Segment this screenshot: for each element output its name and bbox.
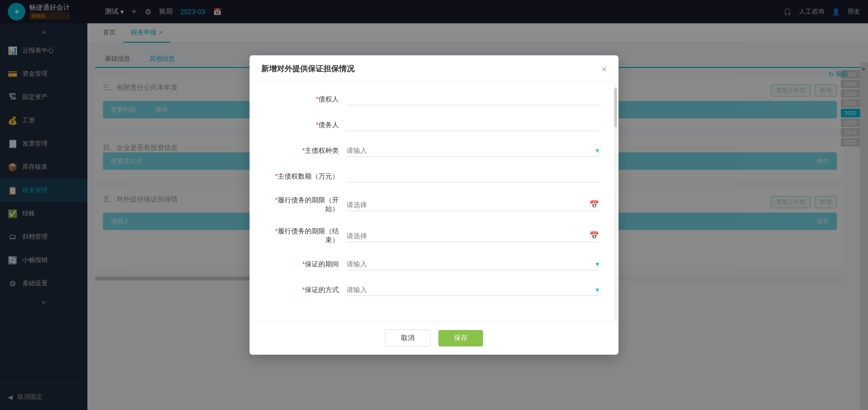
modal-overlay: 新增对外提供保证担保情况 × *债权人 *债务人 *主债权种类 (0, 0, 868, 410)
date-wrapper-start: 📅 (347, 199, 599, 211)
scroll-track (614, 84, 617, 321)
form-row-creditor: *债权人 (269, 93, 599, 105)
dialog-body: *债权人 *债务人 *主债权种类 ▾ (250, 82, 618, 321)
select-wrapper-guarantee-method: ▾ (347, 284, 599, 296)
calendar-start-icon[interactable]: 📅 (589, 200, 599, 209)
label-duty-start: *履行债务的期限（开始） (269, 196, 347, 213)
select-wrapper-guarantee-period: ▾ (347, 258, 599, 270)
dialog-header: 新增对外提供保证担保情况 × (250, 55, 618, 82)
dialog-scrollbar[interactable] (613, 84, 618, 321)
chevron-down-icon-period[interactable]: ▾ (596, 260, 599, 268)
label-guarantee-period: *保证的期间 (269, 260, 347, 269)
calendar-end-icon[interactable]: 📅 (589, 231, 599, 240)
input-guarantee-period[interactable] (347, 258, 596, 270)
form-row-claim-type: *主债权种类 ▾ (269, 145, 599, 157)
input-claim-type[interactable] (347, 145, 596, 156)
input-creditor[interactable] (347, 93, 599, 105)
form-row-debtor: *债务人 (269, 119, 599, 131)
save-button[interactable]: 保存 (438, 330, 483, 346)
label-creditor: *债权人 (269, 95, 347, 104)
date-wrapper-end: 📅 (347, 230, 599, 242)
label-debtor: *债务人 (269, 121, 347, 130)
label-guarantee-method: *保证的方式 (269, 286, 347, 295)
input-duty-end[interactable] (347, 230, 589, 242)
dialog: 新增对外提供保证担保情况 × *债权人 *债务人 *主债权种类 (250, 55, 618, 355)
label-claim-type: *主债权种类 (269, 147, 347, 155)
form-row-duty-end: *履行债务的期限（结束） 📅 (269, 227, 599, 245)
form-row-claim-amount: *主债权数额（万元） (269, 170, 599, 182)
form-row-duty-start: *履行债务的期限（开始） 📅 (269, 196, 599, 213)
cancel-button[interactable]: 取消 (385, 329, 431, 347)
form-row-guarantee-period: *保证的期间 ▾ (269, 258, 599, 270)
select-wrapper-claim-type: ▾ (347, 145, 599, 157)
chevron-down-icon-method[interactable]: ▾ (596, 286, 599, 294)
dialog-footer: 取消 保存 (250, 321, 618, 355)
dialog-close-btn[interactable]: × (601, 65, 607, 74)
label-claim-amount: *主债权数额（万元） (269, 172, 347, 181)
input-claim-amount[interactable] (347, 170, 599, 182)
input-duty-start[interactable] (347, 199, 589, 211)
chevron-down-icon-claim[interactable]: ▾ (596, 147, 599, 154)
scroll-thumb (614, 88, 617, 127)
label-duty-end: *履行债务的期限（结束） (269, 227, 347, 245)
form-row-guarantee-method: *保证的方式 ▾ (269, 284, 599, 296)
dialog-title: 新增对外提供保证担保情况 (261, 64, 354, 74)
input-debtor[interactable] (347, 119, 599, 131)
input-guarantee-method[interactable] (347, 284, 596, 295)
